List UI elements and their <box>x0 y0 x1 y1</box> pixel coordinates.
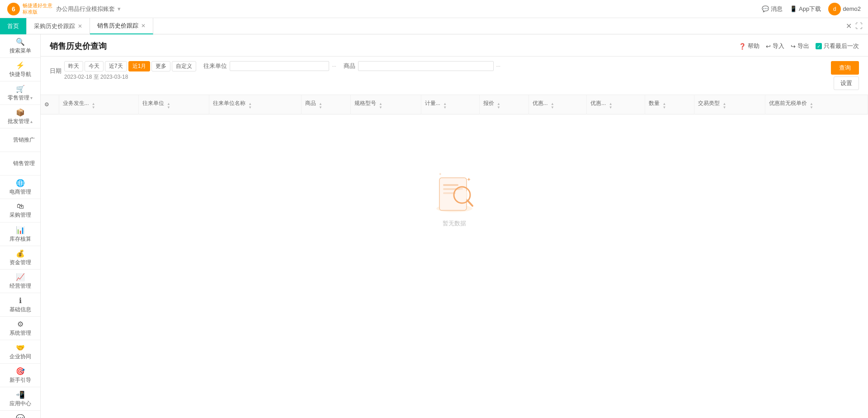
search-menu-icon: 🔍 <box>16 38 25 46</box>
col-product-label: 商品 <box>305 100 316 106</box>
sidebar-item-retail-mgmt[interactable]: 🛒 零售管理 ▾ <box>0 81 40 105</box>
import-btn[interactable]: ↩ 导入 <box>766 42 784 50</box>
sidebar-label-search-menu: 搜索菜单 <box>9 47 31 55</box>
sidebar-item-inventory[interactable]: 📊 库存核算 <box>0 223 40 246</box>
col-price-no-tax-label: 优惠前无税单价 <box>769 100 807 106</box>
col-discount2[interactable]: 优惠... ▲▼ <box>587 95 645 114</box>
tab-purchase-close[interactable]: ✕ <box>78 23 82 29</box>
sidebar-item-operation[interactable]: 📈 经营管理 <box>0 270 40 293</box>
title-dropdown-icon[interactable]: ▾ <box>118 5 121 12</box>
sidebar-item-app-center[interactable]: 📲 应用中心 <box>0 387 40 411</box>
filter-counterparty-input[interactable] <box>230 61 329 71</box>
col-biz-date[interactable]: 业务发生... ▲▼ <box>59 95 138 114</box>
export-btn[interactable]: ↪ 导出 <box>791 42 809 50</box>
fund-icon: 💰 <box>16 249 25 258</box>
app-center-icon: 📲 <box>16 390 25 399</box>
svg-rect-2 <box>443 184 458 186</box>
sidebar-item-ecommerce[interactable]: 🌐 电商管理 <box>0 176 40 199</box>
inventory-icon: 📊 <box>16 226 25 234</box>
help-icon: ❓ <box>739 43 746 50</box>
date-btn-last1m[interactable]: 近1月 <box>128 61 151 71</box>
col-spec[interactable]: 规格型号 ▲▼ <box>350 95 421 114</box>
sort-product: ▲▼ <box>319 102 322 109</box>
col-discount1[interactable]: 优惠... ▲▼ <box>528 95 587 114</box>
sort-discount2: ▲▼ <box>609 102 613 109</box>
col-counterparty-name-label: 往来单位名称 <box>213 100 245 106</box>
tab-fullscreen-btn[interactable]: ⛶ <box>855 22 863 30</box>
query-button[interactable]: 查询 <box>831 61 859 75</box>
sort-price-no-tax: ▲▼ <box>810 102 813 109</box>
date-btn-last7[interactable]: 近7天 <box>105 61 127 71</box>
logo-icon: 6 <box>7 3 20 15</box>
sidebar-item-wholesale-mgmt[interactable]: 📦 批发管理 ▴ <box>0 105 40 128</box>
svg-text:✦: ✦ <box>467 176 471 183</box>
sidebar-item-enterprise-wechat[interactable]: 💬 企业微信 <box>0 411 40 418</box>
sidebar-item-fund[interactable]: 💰 资金管理 <box>0 246 40 270</box>
date-btn-today[interactable]: 今天 <box>85 61 104 71</box>
col-unit[interactable]: 计量... ▲▼ <box>421 95 479 114</box>
sidebar-label-purchase: 采购管理 <box>9 211 31 219</box>
tab-sales-history[interactable]: 销售历史价跟踪 ✕ <box>90 18 153 34</box>
tab-home[interactable]: 首页 <box>0 18 27 34</box>
tab-close-all-btn[interactable]: ✕ <box>846 22 852 30</box>
col-discount2-label: 优惠... <box>590 100 606 106</box>
retail-mgmt-icon: 🛒 <box>16 85 25 93</box>
tab-purchase-history[interactable]: 采购历史价跟踪 ✕ <box>27 18 90 34</box>
import-label: 导入 <box>773 42 784 50</box>
filter-product-input[interactable] <box>358 61 494 71</box>
sidebar-item-basic-info[interactable]: ℹ 基础信息 <box>0 293 40 317</box>
sidebar-item-sales-mgmt[interactable]: 销售管理 <box>0 152 40 176</box>
empty-illustration: ✦ ✦ <box>429 169 479 214</box>
message-btn[interactable]: 💬 消息 <box>762 5 783 13</box>
sidebar-item-quick-nav[interactable]: ⚡ 快捷导航 <box>0 58 40 81</box>
help-btn[interactable]: ❓ 帮助 <box>739 42 760 50</box>
table-body: ✦ ✦ 暂无数据 <box>41 114 868 282</box>
sidebar-item-enterprise-agreement[interactable]: 🤝 企业协同 <box>0 340 40 364</box>
col-quote[interactable]: 报价 ▲▼ <box>479 95 528 114</box>
logo-area: 6 畅捷通好生意 标准版 <box>7 3 52 15</box>
app-title-text: 办公用品行业模拟账套 <box>56 5 115 13</box>
operation-icon: 📈 <box>16 273 25 281</box>
purchase-icon: 🛍 <box>17 202 24 210</box>
col-counterparty-label: 往来单位 <box>142 100 164 106</box>
tab-bar: 首页 采购历史价跟踪 ✕ 销售历史价跟踪 ✕ ✕ ⛶ <box>0 18 868 34</box>
only-last-checkbox-label[interactable]: ✓ 只看最后一次 <box>816 42 859 50</box>
sidebar-label-marketing: 营销推广 <box>13 136 35 144</box>
col-counterparty-name[interactable]: 往来单位名称 ▲▼ <box>209 95 301 114</box>
date-btn-more[interactable]: 更多 <box>151 61 170 71</box>
filter-counterparty-dots[interactable]: ··· <box>332 63 336 69</box>
filter-product-dots[interactable]: ··· <box>496 63 500 69</box>
user-area[interactable]: d demo2 <box>828 3 861 15</box>
sidebar-label-app-center: 应用中心 <box>9 400 31 408</box>
sidebar-item-system[interactable]: ⚙ 系统管理 <box>0 317 40 340</box>
col-counterparty[interactable]: 往来单位 ▲▼ <box>138 95 209 114</box>
col-price-no-tax[interactable]: 优惠前无税单价 ▲▼ <box>765 95 868 114</box>
data-table: ⚙ 业务发生... ▲▼ 往来单位 ▲▼ 往来单位名称 ▲▼ <box>41 95 868 282</box>
tab-home-label: 首页 <box>7 22 19 30</box>
sidebar-label-ecommerce: 电商管理 <box>9 188 31 196</box>
wholesale-mgmt-arrow: ▴ <box>30 119 33 124</box>
import-icon: ↩ <box>766 43 771 50</box>
col-product[interactable]: 商品 ▲▼ <box>301 95 350 114</box>
sidebar-item-new-guide[interactable]: 🎯 新手引导 <box>0 364 40 387</box>
col-settings[interactable]: ⚙ <box>41 95 59 114</box>
sidebar-item-search-menu[interactable]: 🔍 搜索菜单 <box>0 34 40 58</box>
app-download-icon: 📱 <box>790 5 797 12</box>
col-biz-date-label: 业务发生... <box>63 100 89 106</box>
table-container: ⚙ 业务发生... ▲▼ 往来单位 ▲▼ 往来单位名称 ▲▼ <box>41 95 868 418</box>
sidebar-item-marketing[interactable]: 营销推广 <box>0 128 40 152</box>
tab-sales-close[interactable]: ✕ <box>141 23 146 29</box>
sidebar-label-new-guide: 新手引导 <box>9 376 31 384</box>
settings-button[interactable]: 设置 <box>834 76 859 90</box>
top-bar: 6 畅捷通好生意 标准版 办公用品行业模拟账套 ▾ 💬 消息 📱 App下载 d… <box>0 0 868 18</box>
col-quantity[interactable]: 数量 ▲▼ <box>645 95 694 114</box>
col-trade-type[interactable]: 交易类型 ▲▼ <box>694 95 765 114</box>
date-btn-yesterday[interactable]: 昨天 <box>64 61 83 71</box>
app-download-btn[interactable]: 📱 App下载 <box>790 5 821 13</box>
only-last-checkbox[interactable]: ✓ <box>816 43 822 49</box>
date-btn-custom[interactable]: 自定义 <box>172 61 196 71</box>
sort-unit: ▲▼ <box>443 102 447 109</box>
sidebar-item-purchase[interactable]: 🛍 采购管理 <box>0 199 40 223</box>
avatar: d <box>828 3 841 15</box>
date-range-text: 2023-02-18 至 2023-03-18 <box>64 73 196 81</box>
